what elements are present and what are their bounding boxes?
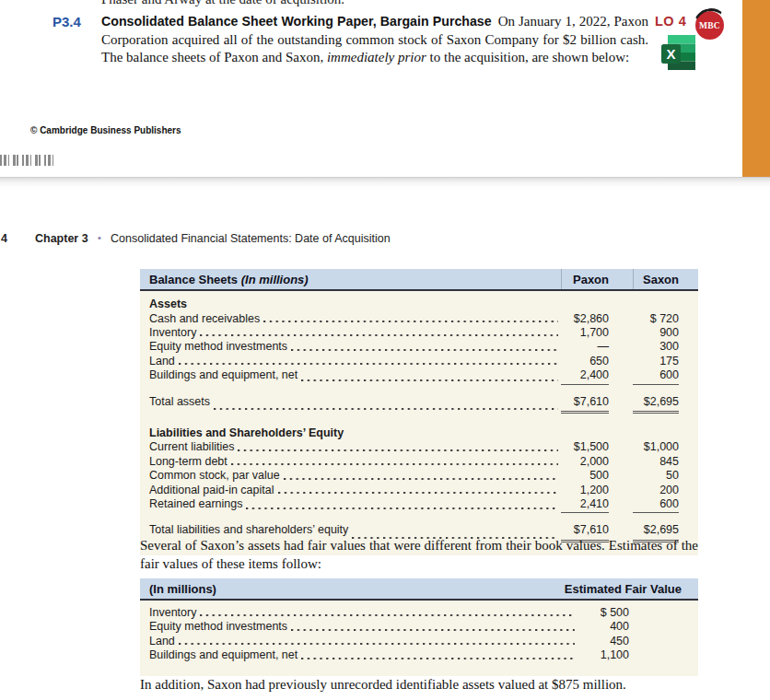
value: $ 500 xyxy=(578,606,629,620)
value: 400 xyxy=(578,620,629,634)
page-canvas: Phaser and Arway at the date of acquisit… xyxy=(0,0,770,700)
value: 200 xyxy=(633,484,679,497)
balance-sheet-header-row: Balance Sheets (In millions) Paxon Saxon xyxy=(140,269,698,291)
paxon-value: 500 xyxy=(561,469,633,483)
page-divider xyxy=(0,177,770,188)
row-label: Long-term debt xyxy=(149,455,228,469)
page-number: 4 xyxy=(1,232,7,245)
dot-leader xyxy=(291,628,575,632)
chapter-label: Chapter 3 xyxy=(35,232,88,245)
unrecorded-assets-paragraph: In addition, Saxon had previously unreco… xyxy=(140,676,698,694)
dot-leader xyxy=(179,642,575,646)
value: $2,860 xyxy=(561,312,609,326)
value: $ 720 xyxy=(633,312,679,326)
value: $2,695 xyxy=(633,395,679,414)
table-row: Inventory 1,700 900 xyxy=(140,326,698,340)
row-label: Cash and receivables xyxy=(149,312,260,326)
dot-leader xyxy=(263,320,558,323)
row-label: Total assets xyxy=(149,395,210,414)
table-row: Buildings and equipment, net 1,100 xyxy=(140,648,698,662)
fair-value-header-row: (In millions) Estimated Fair Value xyxy=(140,578,698,601)
value: 1,100 xyxy=(578,648,629,662)
value: 2,400 xyxy=(561,368,609,384)
dot-leader xyxy=(291,348,558,352)
row-label: Common stock, par value xyxy=(149,469,280,483)
value: $1,500 xyxy=(561,440,609,454)
column-header-saxon: Saxon xyxy=(633,269,698,289)
row-label: Inventory xyxy=(149,606,196,620)
value: 450 xyxy=(578,635,629,648)
value: 500 xyxy=(561,469,609,483)
balance-sheet-body: Assets Cash and receivables $2,860 $ 720… xyxy=(140,291,698,555)
learning-objective-badge: LO 4 xyxy=(655,14,686,29)
dot-leader xyxy=(200,613,575,617)
problem-text-2: to the acquisition, are shown below: xyxy=(426,50,629,64)
saxon-value: $ 720 xyxy=(633,312,698,326)
previous-page-bottom: Phaser and Arway at the date of acquisit… xyxy=(0,0,770,177)
table-title: Balance Sheets (In millions) xyxy=(140,273,309,286)
balance-sheet-table: Balance Sheets (In millions) Paxon Saxon… xyxy=(140,269,698,555)
value: 600 xyxy=(633,497,679,513)
dot-leader xyxy=(284,477,558,481)
paxon-value: 1,700 xyxy=(561,326,633,340)
table-row: Additional paid-in capital 1,200 200 xyxy=(140,484,698,497)
saxon-value: 175 xyxy=(633,355,698,368)
saxon-value: $2,695 xyxy=(633,395,698,414)
row-label: Land xyxy=(149,355,175,368)
saxon-value: 845 xyxy=(633,455,698,469)
row-label: Land xyxy=(149,635,175,648)
header-spacer xyxy=(309,269,561,289)
row-label: Retained earnings xyxy=(149,497,242,513)
table-row: Equity method investments 400 xyxy=(140,620,698,634)
chapter-bullet-icon: • xyxy=(98,232,101,243)
paxon-value: $2,860 xyxy=(561,312,633,326)
table-row: Long-term debt 2,000 845 xyxy=(140,455,698,469)
fair-value-table-title: (In millions) xyxy=(140,582,216,596)
paxon-value: 2,410 xyxy=(561,497,633,513)
table-row: Current liabilities $1,500 $1,000 xyxy=(140,440,698,454)
paxon-value: 2,400 xyxy=(561,368,633,384)
saxon-value: 600 xyxy=(633,368,698,384)
problem-statement: Consolidated Balance Sheet Working Paper… xyxy=(101,13,648,67)
value: 1,200 xyxy=(561,484,609,497)
saxon-value: 200 xyxy=(633,484,698,497)
dot-leader xyxy=(278,491,558,495)
table-row: Buildings and equipment, net 2,400 600 xyxy=(140,368,698,384)
fair-value-table: (In millions) Estimated Fair Value Inven… xyxy=(140,578,698,676)
value: 1,700 xyxy=(561,326,609,340)
table-row: Retained earnings 2,410 600 xyxy=(140,497,698,513)
table-title-text: Balance Sheets xyxy=(149,273,241,286)
excel-icon[interactable]: X xyxy=(659,33,697,72)
row-label: Buildings and equipment, net xyxy=(149,368,298,384)
barcode-icon xyxy=(0,155,53,166)
chapter-title: Consolidated Financial Statements: Date … xyxy=(111,232,391,245)
saxon-value: 600 xyxy=(633,497,698,513)
problem-number: P3.4 xyxy=(52,14,81,29)
section-heading-liabilities-equity: Liabilities and Shareholders’ Equity xyxy=(140,426,698,441)
mbc-badge-icon[interactable]: MBC xyxy=(695,11,724,40)
paxon-value: — xyxy=(561,340,633,354)
value: 650 xyxy=(561,355,609,368)
value: $7,610 xyxy=(561,395,609,414)
dot-leader xyxy=(301,657,575,660)
fair-value-body: Inventory $ 500 Equity method investment… xyxy=(140,601,698,676)
row-label: Additional paid-in capital xyxy=(149,484,274,497)
value: 600 xyxy=(633,368,679,384)
table-row: Land 650 175 xyxy=(140,355,698,368)
value: 845 xyxy=(633,455,679,469)
table-row: Common stock, par value 500 50 xyxy=(140,469,698,483)
dot-leader xyxy=(179,362,558,366)
paxon-value: 1,200 xyxy=(561,484,633,497)
row-label: Equity method investments xyxy=(149,340,287,354)
dot-leader xyxy=(214,407,558,411)
value: 300 xyxy=(633,340,679,354)
value: 2,000 xyxy=(561,455,609,469)
copyright-line: © Cambridge Business Publishers xyxy=(30,125,181,135)
value: 900 xyxy=(633,326,679,340)
section-heading-assets: Assets xyxy=(140,298,698,312)
row-label: Equity method investments xyxy=(149,620,287,634)
paxon-value: 650 xyxy=(561,355,633,368)
fair-values-paragraph: Several of Saxon’s assets had fair value… xyxy=(140,537,698,573)
paxon-value: $7,610 xyxy=(561,395,633,414)
value: — xyxy=(561,340,609,354)
